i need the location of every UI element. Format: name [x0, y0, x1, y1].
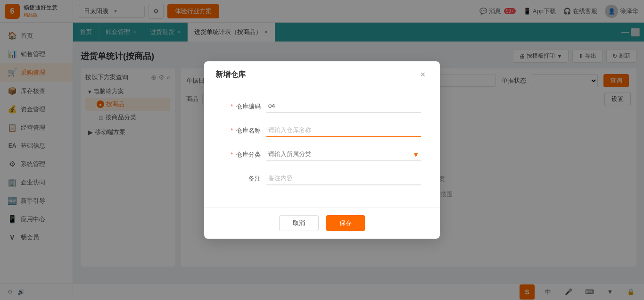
form-row-note: 备注: [223, 172, 421, 185]
cancel-button[interactable]: 取消: [279, 215, 319, 231]
category-dropdown-arrow: ▼: [413, 151, 419, 158]
category-label: * 仓库分类: [223, 150, 261, 159]
category-select-wrap: ▼: [266, 148, 421, 161]
note-label: 备注: [223, 175, 261, 183]
name-label: * 仓库名称: [223, 126, 261, 135]
category-input[interactable]: [266, 148, 421, 161]
modal-footer: 取消 保存: [204, 207, 440, 239]
form-row-code: * 仓库编码: [223, 100, 421, 113]
code-label: * 仓库编码: [223, 102, 261, 111]
note-input[interactable]: [266, 172, 421, 185]
modal-header: 新增仓库 ×: [204, 61, 440, 88]
name-input[interactable]: [266, 124, 421, 137]
required-mark: *: [231, 103, 233, 110]
modal-overlay[interactable]: 新增仓库 × * 仓库编码 * 仓库名称: [0, 0, 644, 300]
modal-body: * 仓库编码 * 仓库名称 * 仓库分类: [204, 88, 440, 207]
form-row-category: * 仓库分类 ▼: [223, 148, 421, 161]
save-button[interactable]: 保存: [326, 215, 365, 231]
add-warehouse-modal: 新增仓库 × * 仓库编码 * 仓库名称: [204, 61, 440, 239]
code-input[interactable]: [266, 100, 421, 113]
required-mark: *: [231, 151, 233, 158]
modal-title: 新增仓库: [215, 70, 246, 80]
form-row-name: * 仓库名称: [223, 124, 421, 137]
required-mark: *: [231, 127, 233, 134]
modal-close-button[interactable]: ×: [417, 69, 429, 80]
